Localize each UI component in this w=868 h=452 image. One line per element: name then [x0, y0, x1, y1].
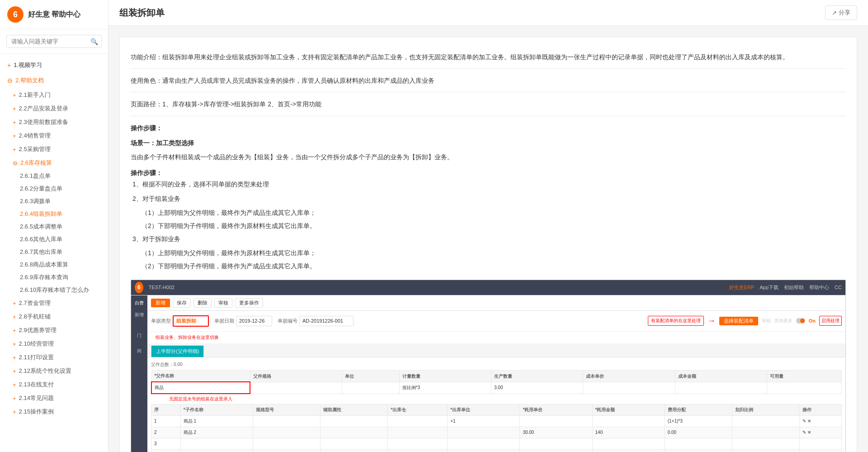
- nav-tree: + 1.视频学习 ⊖ 2.帮助文档 + 2.1新手入门 + 2.2产品安装及登录…: [0, 54, 108, 452]
- top-bar: 组装拆卸单 ↗ 分享: [108, 0, 868, 26]
- sidebar-item-2.14[interactable]: + 2.14常见问题: [13, 391, 108, 405]
- step2-1: （1）上部明细为父件明细，最终作为产成品生成其它入库单；: [142, 207, 846, 219]
- table-row: 3: [151, 438, 842, 450]
- sidebar-item-docs[interactable]: ⊖ 2.帮助文档: [0, 73, 108, 88]
- screenshot-delete-btn[interactable]: 删除: [193, 298, 212, 308]
- logo-area: 6 好生意 帮助中心: [0, 0, 108, 29]
- sidebar-item-2.6.1[interactable]: 2.6.1盘点单: [20, 170, 108, 182]
- screenshot-bill-type-value[interactable]: 组装拆卸: [173, 315, 209, 327]
- sidebar-item-2.6.9[interactable]: 2.6.9库存账本查询: [20, 271, 108, 284]
- search-input[interactable]: [6, 35, 102, 48]
- step3-2: （2）下部明细为子件明细，最终作为产成品生成其它入库单。: [142, 261, 846, 272]
- screenshot-billno-value: AD-20191226-001: [299, 316, 354, 327]
- sidebar-item-2.5[interactable]: + 2.5采购管理: [13, 143, 108, 156]
- screenshot-system: TEST-H002: [149, 283, 175, 292]
- sidebar-item-2.4[interactable]: + 2.4销售管理: [13, 129, 108, 143]
- screenshot-app: 好生意ERP: [729, 283, 755, 292]
- sidebar-item-2.13[interactable]: + 2.13在线支付: [13, 378, 108, 391]
- screenshot-lower-table: 序 *子件名称 规格型号 辅助属性 *出库仓 *出库单位 *耗用单价 *耗用金额: [151, 404, 842, 452]
- content-area: 功能介绍：组装拆卸单用来处理企业组装或拆卸等加工业务，支持有固定装配清单的产品加…: [108, 26, 868, 452]
- sidebar-item-2.12[interactable]: + 2.12系统个性化设置: [13, 364, 108, 378]
- search-box: 🔍: [0, 29, 108, 54]
- path-text: 页面路径：1、库存核算->库存管理->组装拆卸单 2、首页->常用功能: [131, 99, 846, 110]
- step3-1: （1）上部明细为父件明细，最终作为原材料生成其它出库单；: [142, 247, 846, 259]
- screenshot-save-btn[interactable]: 保存: [173, 298, 191, 308]
- screenshot-date-field: 单据日期 2019-12-26: [214, 316, 272, 327]
- sidebar-item-2.11[interactable]: + 2.11打印设置: [13, 351, 108, 364]
- expand-icon-2.5: +: [13, 146, 16, 153]
- expand-icon-2.4: +: [13, 133, 16, 139]
- screenshot-audit-btn[interactable]: 审核: [214, 298, 232, 308]
- operations-title: 操作步骤：: [131, 123, 846, 134]
- screenshot-toggle[interactable]: [796, 318, 805, 324]
- sidebar-item-2.2[interactable]: + 2.2产品安装及登录: [13, 102, 108, 115]
- steps-title: 操作步骤：: [131, 167, 846, 179]
- collapse-icon-docs: ⊖: [7, 77, 13, 84]
- logo-icon: 6: [7, 6, 24, 23]
- sidebar-item-2.6.4[interactable]: 2.6.4组装拆卸单: [20, 208, 108, 220]
- expand-icon-2.9: +: [13, 327, 16, 334]
- table-row: 1 商品 1 +1 (1+1)*3: [151, 416, 842, 427]
- sidebar-item-2.6.3[interactable]: 2.6.3调拨单: [20, 195, 108, 208]
- sidebar-item-2.6.10[interactable]: 2.6.10库存账本错了怎么办: [20, 284, 108, 296]
- sidebar-item-2.3[interactable]: + 2.3使用前数据准备: [13, 115, 108, 129]
- sidebar-item-2.7[interactable]: + 2.7资金管理: [13, 296, 108, 310]
- scene1-title: 场景一：加工类型选择: [131, 138, 846, 149]
- screenshot-annotation2: 启用处理: [819, 316, 842, 326]
- expand-icon-2.15: +: [13, 409, 16, 415]
- scene1-desc: 当由多个子件材料组装成一个成品的业务为【组装】业务，当由一个父件拆分成多个子产品…: [131, 152, 846, 163]
- screenshot-annotation-row: 组装业务、拆卸业务在这里切换: [147, 332, 845, 343]
- screenshot-top-bar: 6 TEST-H002 好生意ERP App下载 初始帮助 帮助中心 CC: [131, 280, 845, 296]
- share-button[interactable]: ↗ 分享: [825, 5, 857, 20]
- expand-icon-2.3: +: [13, 119, 16, 126]
- sidebar-item-2.6[interactable]: ⊖ 2.6库存核算: [13, 156, 108, 170]
- sidebar-item-2.15[interactable]: + 2.15操作案例: [13, 405, 108, 419]
- step3: 3、对于拆卸业务: [132, 233, 846, 245]
- sidebar-item-2.10[interactable]: + 2.10经营管理: [13, 337, 108, 351]
- sidebar-item-2.1[interactable]: + 2.1新手入门: [13, 88, 108, 102]
- sidebar-item-2.6.8[interactable]: 2.6.8商品成本重算: [20, 258, 108, 271]
- search-icon[interactable]: 🔍: [90, 38, 98, 45]
- screenshot-nav-appdownload: App下载: [760, 283, 779, 292]
- page-title: 组装拆卸单: [119, 7, 165, 19]
- screenshot-mock: 6 TEST-H002 好生意ERP App下载 初始帮助 帮助中心 CC 自: [131, 280, 846, 452]
- expand-icon-videos: +: [7, 62, 11, 69]
- sidebar-item-2.6.6[interactable]: 2.6.6其他入库单: [20, 233, 108, 246]
- sidebar-item-videos[interactable]: + 1.视频学习: [0, 57, 108, 73]
- nav-sub-2.6: 2.6.1盘点单 2.6.2分量盘点单 2.6.3调拨单 2.6.4组装拆卸单 …: [13, 170, 108, 296]
- scene1-section: 场景一：加工类型选择 当由多个子件材料组装成一个成品的业务为【组装】业务，当由一…: [131, 138, 846, 163]
- sidebar: 6 好生意 帮助中心 🔍 + 1.视频学习 ⊖ 2.帮助文档 + 2.1新手入门…: [0, 0, 108, 452]
- screenshot-new-btn[interactable]: 新增: [151, 299, 170, 307]
- expand-icon-2.7: +: [13, 300, 16, 307]
- screenshot-logo: 6: [135, 282, 143, 294]
- expand-icon-2.1: +: [13, 92, 16, 99]
- screenshot-choose-btn[interactable]: 选择装配清单: [719, 317, 758, 325]
- step2-2: （2）下部明细为子件明细，最终作为原材料生成其它出库单。: [142, 220, 846, 232]
- screenshot-nav-help: 初始帮助: [784, 283, 804, 292]
- screenshot-tab-upper[interactable]: 上半部分(父件明细): [151, 345, 204, 357]
- screenshot-body: 自费 新增 门 间 新增 保存 删除 审核: [131, 295, 845, 452]
- screenshot-bill-type-field: 单据类型 组装拆卸: [151, 315, 209, 327]
- screenshot-form-row1: 单据类型 组装拆卸 单据日期 2019-12-26 单据编号 AD-201912…: [147, 311, 845, 331]
- collapse-icon-2.6: ⊖: [13, 160, 18, 167]
- screenshot-on-label: On: [809, 317, 816, 326]
- screenshot-tab-bar: 上半部分(父件明细): [147, 343, 845, 358]
- expand-icon-2.2: +: [13, 105, 16, 112]
- screenshot-nav-cc: CC: [835, 283, 842, 292]
- expand-icon-2.10: +: [13, 341, 16, 347]
- expand-icon-2.13: +: [13, 381, 16, 388]
- screenshot-date-value: 2019-12-26: [236, 316, 272, 327]
- sidebar-item-2.6.2[interactable]: 2.6.2分量盘点单: [20, 182, 108, 195]
- screenshot-upper-table-wrapper: 父件总数：0.00 *父件名称 父件规格 单位 计量数量: [147, 357, 845, 394]
- steps-list: 1、根据不同的业务，选择不同单据的类型来处理 2、对于组装业务 （1）上部明细为…: [131, 179, 846, 272]
- expand-icon-2.8: +: [13, 314, 16, 320]
- sidebar-item-2.6.7[interactable]: 2.6.7其他出库单: [20, 246, 108, 258]
- sidebar-item-2.8[interactable]: + 2.8手机旺铺: [13, 310, 108, 324]
- screenshot-more-btn[interactable]: 更多操作: [235, 298, 263, 308]
- role-text: 使用角色：通常由生产人员或库管人员完成拆装业务的操作，库管人员确认原材料的出库和…: [131, 75, 846, 86]
- expand-icon-2.14: +: [13, 395, 16, 402]
- screenshot-main: 新增 保存 删除 审核 更多操作 单据类型 组装拆卸: [147, 295, 845, 452]
- sidebar-item-2.9[interactable]: + 2.9优惠券管理: [13, 324, 108, 337]
- screenshot-toolbar: 新增 保存 删除 审核 更多操作: [147, 295, 845, 311]
- sidebar-item-2.6.5[interactable]: 2.6.5成本调整单: [20, 220, 108, 233]
